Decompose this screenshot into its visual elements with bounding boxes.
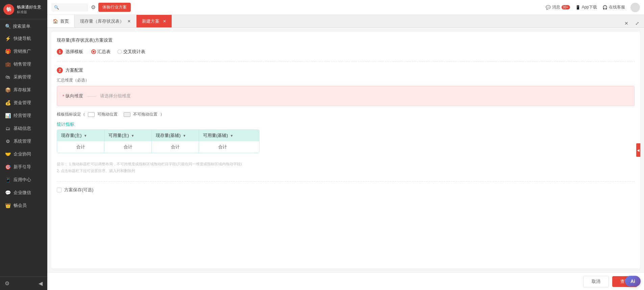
save-label: 方案保存(可选)	[64, 187, 94, 193]
online-service-button[interactable]: 🎧 在线客服	[602, 4, 625, 10]
sidebar-item-purchase[interactable]: 🛍 采购管理	[0, 71, 47, 83]
stats-table-header: 现存量(主) ▼ 可用量(主) ▼ 现存量(基辅) ▼	[57, 130, 259, 141]
sidebar-item-basic[interactable]: 🗂 基础信息	[0, 122, 47, 135]
sidebar-item-marketing[interactable]: 🎁 营销推广	[0, 45, 47, 58]
tabbar: 🏠 首页 现存量（库存状况表） ✕ 新建方案 ✕ ✕ ⤢	[47, 15, 644, 28]
sidebar-item-label: 基础信息	[14, 125, 31, 131]
app-logo-icon: 畅	[3, 4, 14, 15]
app-download-button[interactable]: 📱 App下载	[575, 4, 597, 10]
stats-col-header-label-2: 现存量(基辅)	[156, 132, 181, 139]
main-area: 🔍 ⚙ 体验行业方案 💬 消息 99+ 📱 App下载 🎧 在线客服	[47, 0, 644, 290]
hint-section: 提示： 1.拖动标题栏可以调整布局，不可跨维度或指标区域拖动栏目字段(只能在同一…	[57, 161, 635, 174]
tab-inventory-label: 现存量（库存状况表）	[80, 18, 124, 24]
radio-cross-table[interactable]: 交叉统计表	[117, 49, 145, 55]
message-button[interactable]: 💬 消息 99+	[546, 4, 570, 10]
divider-1	[57, 62, 635, 62]
newbie-icon: 🎯	[5, 164, 11, 170]
step2-header: 2 方案配置	[57, 67, 635, 73]
topbar-left: 🔍 ⚙ 体验行业方案	[51, 3, 542, 12]
stats-col-header-3[interactable]: 可用量(基辅) ▼	[199, 130, 246, 141]
sidebar-item-sales[interactable]: 💼 销售管理	[0, 58, 47, 71]
save-checkbox[interactable]	[57, 188, 61, 192]
template-indicator: 模板指标设定（ 可拖动位置 不可拖动位置 ）	[57, 112, 635, 117]
step2-title: 方案配置	[66, 67, 83, 73]
topbar-gear-icon[interactable]: ⚙	[91, 4, 96, 10]
fixed-indicator	[124, 112, 130, 117]
hint-item-2: 2. 点击标题栏下拉可设置排序、插入列和删除列	[57, 168, 635, 174]
sidebar-item-newbie[interactable]: 🎯 新手引导	[0, 161, 47, 173]
right-panel-toggle[interactable]: ◀	[636, 143, 640, 157]
stats-col-header-1[interactable]: 可用量(主) ▼	[104, 130, 152, 141]
tab-new-plan-close-icon[interactable]: ✕	[163, 19, 166, 24]
radio-summary-table[interactable]: 汇总表	[91, 49, 110, 55]
message-icon: 💬	[546, 5, 551, 10]
panel-title: 现存量(库存状况表)方案设置	[57, 37, 635, 43]
stats-col-body-0: 合计	[57, 141, 104, 153]
sidebar-item-apps[interactable]: 📱 应用中心	[0, 173, 47, 186]
sidebar-item-system[interactable]: ⚙ 系统管理	[0, 135, 47, 148]
dimension-area[interactable]: * 纵向维度 —— 请选择分组维度	[57, 86, 635, 106]
sidebar-item-label: 快捷导航	[14, 35, 31, 42]
sidebar-item-search[interactable]: 🔍 搜索菜单	[0, 21, 47, 32]
sidebar-item-inventory[interactable]: 📦 库存核算	[0, 83, 47, 96]
ai-button[interactable]: Ai	[625, 276, 641, 287]
stats-col-header-2[interactable]: 现存量(基辅) ▼	[152, 130, 199, 141]
step1-number: 1	[57, 49, 63, 55]
step2-number: 2	[57, 67, 63, 73]
sidebar-item-label: 系统管理	[14, 138, 31, 144]
step1-title: 选择模板	[66, 49, 83, 55]
sidebar-item-finance[interactable]: 💰 资金管理	[0, 96, 47, 109]
expand-window-button[interactable]: ⤢	[633, 19, 641, 27]
step2-section: 2 方案配置 汇总维度（必选） * 纵向维度 —— 请选择分组维度 模板指标设定…	[57, 67, 635, 174]
settings-icon[interactable]: ⚙	[5, 280, 9, 287]
cancel-button[interactable]: 取消	[583, 276, 609, 287]
sidebar-item-wechat[interactable]: 💬 企业微信	[0, 186, 47, 199]
user-avatar[interactable]	[630, 3, 640, 12]
radio-cross-label: 交叉统计表	[123, 49, 145, 55]
sidebar-item-label: 经营管理	[14, 113, 31, 119]
chevron-down-icon-2: ▼	[183, 134, 186, 138]
radio-summary-circle	[91, 49, 96, 54]
stats-col-header-0[interactable]: 现存量(主) ▼	[57, 130, 104, 141]
indicator-close: ）	[160, 112, 164, 117]
tab-inventory-close-icon[interactable]: ✕	[127, 19, 131, 24]
sidebar-item-operation[interactable]: 📊 经营管理	[0, 109, 47, 122]
sidebar-item-label: 库存核算	[14, 87, 31, 93]
stats-col-header-label-3: 可用量(基辅)	[203, 132, 228, 139]
divider-2	[57, 181, 635, 182]
dimension-required-mark: *	[63, 94, 64, 99]
stats-col-body-3: 合计	[199, 141, 246, 153]
topbar: 🔍 ⚙ 体验行业方案 💬 消息 99+ 📱 App下载 🎧 在线客服	[47, 0, 644, 15]
trial-industry-button[interactable]: 体验行业方案	[98, 3, 131, 12]
sidebar-nav: 🔍 搜索菜单 ⚡ 快捷导航 🎁 营销推广 💼 销售管理 🛍 采购管理 📦 库存核…	[0, 19, 47, 276]
chevron-down-icon-1: ▼	[131, 134, 134, 138]
sidebar-item-member[interactable]: 👑 畅会员	[0, 199, 47, 212]
window-controls: ✕ ⤢	[622, 19, 644, 27]
sidebar-item-label: 新手引导	[14, 164, 31, 170]
sidebar-item-quick-nav[interactable]: ⚡ 快捷导航	[0, 32, 47, 45]
close-window-button[interactable]: ✕	[622, 19, 630, 27]
tab-new-plan[interactable]: 新建方案 ✕	[137, 15, 172, 27]
finance-icon: 💰	[5, 100, 11, 106]
content-area: 现存量(库存状况表)方案设置 1 选择模板 汇总表 交叉统计表	[47, 28, 644, 272]
summary-dimension-label: 汇总维度（必选）	[57, 77, 635, 83]
radio-cross-circle	[117, 49, 122, 54]
sidebar-item-label: 营销推广	[14, 48, 31, 54]
sidebar-item-label: 企业协同	[14, 151, 31, 157]
marketing-icon: 🎁	[5, 48, 11, 54]
sidebar-item-enterprise[interactable]: 🤝 企业协同	[0, 148, 47, 161]
template-indicator-label: 模板指标设定（	[57, 112, 85, 117]
topbar-right: 💬 消息 99+ 📱 App下载 🎧 在线客服	[546, 3, 640, 12]
sidebar-item-label: 搜索菜单	[13, 23, 30, 29]
stats-col-body-2: 合计	[152, 141, 199, 153]
collapse-icon[interactable]: ◀	[39, 280, 43, 287]
step1-header: 1 选择模板 汇总表 交叉统计表	[57, 49, 635, 55]
dimension-placeholder: 请选择分组维度	[100, 93, 131, 99]
chevron-down-icon-0: ▼	[84, 134, 87, 138]
tab-inventory-status[interactable]: 现存量（库存状况表） ✕	[75, 15, 137, 27]
topbar-search-area[interactable]: 🔍	[51, 3, 88, 11]
tab-home[interactable]: 🏠 首页	[47, 15, 75, 27]
wechat-icon: 💬	[5, 190, 11, 196]
stats-col-header-label-0: 现存量(主)	[61, 132, 82, 139]
stats-col-header-label-1: 可用量(主)	[108, 132, 129, 139]
